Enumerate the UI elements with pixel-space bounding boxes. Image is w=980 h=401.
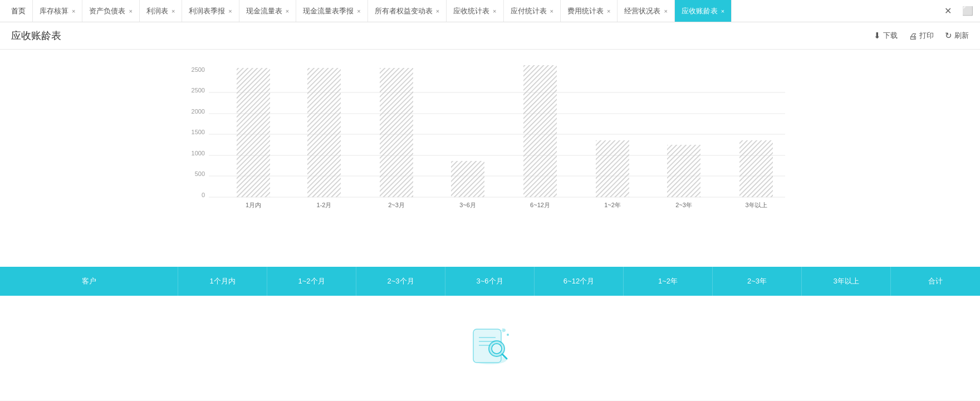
- tab-operation-close[interactable]: ×: [664, 8, 667, 14]
- svg-text:3~6月: 3~6月: [459, 202, 476, 208]
- bar-1month: [237, 68, 270, 197]
- col-customer: 客户: [0, 267, 178, 296]
- tab-cashflow-quarterly-close[interactable]: ×: [357, 8, 360, 14]
- print-icon: 🖨: [909, 31, 917, 41]
- window-close-button[interactable]: ✕: [940, 3, 955, 19]
- bar-2-3month: [380, 68, 413, 197]
- bar-chart: 0 500 1000 1500 2000 2500 2500 1月内 1-2月 …: [17, 61, 963, 217]
- col-6-12month: 6~12个月: [535, 267, 624, 296]
- tab-operation-label: 经营状况表: [624, 6, 660, 16]
- page-header: 应收账龄表 ⬇ 下载 🖨 打印 ↻ 刷新: [0, 22, 980, 50]
- tab-cashflow-quarterly-label: 现金流量表季报: [303, 6, 354, 16]
- tab-cashflow[interactable]: 现金流量表 ×: [239, 0, 296, 22]
- svg-point-32: [507, 334, 509, 336]
- col-1-2year: 1~2年: [624, 267, 713, 296]
- svg-text:2~3年: 2~3年: [675, 202, 692, 208]
- tab-ar-aging-close[interactable]: ×: [721, 8, 724, 14]
- tab-payable-stat-close[interactable]: ×: [550, 8, 553, 14]
- tab-profit-quarterly-close[interactable]: ×: [228, 8, 232, 14]
- svg-text:3年以上: 3年以上: [745, 202, 767, 208]
- tab-receivable-stat-close[interactable]: ×: [493, 8, 496, 14]
- window-maximize-button[interactable]: ⬜: [960, 3, 976, 19]
- tab-balance[interactable]: 资产负债表 ×: [82, 0, 139, 22]
- svg-text:1000: 1000: [192, 150, 205, 157]
- download-label: 下载: [883, 31, 898, 41]
- tab-expense-stat-close[interactable]: ×: [607, 8, 610, 14]
- tab-equity[interactable]: 所有者权益变动表 ×: [368, 0, 447, 22]
- bar-3year-plus: [739, 140, 773, 197]
- col-2-3year: 2~3年: [713, 267, 802, 296]
- tab-profit-close[interactable]: ×: [171, 8, 175, 14]
- bar-2-3year: [667, 145, 700, 197]
- col-3-6month: 3~6个月: [445, 267, 535, 296]
- tab-receivable-stat-label: 应收统计表: [453, 6, 489, 16]
- tab-controls: ✕ ⬜: [940, 3, 976, 19]
- tab-profit[interactable]: 利润表 ×: [140, 0, 182, 22]
- tab-profit-quarterly-label: 利润表季报: [189, 6, 225, 16]
- col-3year-plus: 3年以上: [802, 267, 891, 296]
- tab-balance-close[interactable]: ×: [129, 8, 132, 14]
- empty-icon: [462, 318, 518, 368]
- svg-text:2000: 2000: [192, 108, 205, 115]
- page-title: 应收账龄表: [11, 29, 61, 42]
- tab-inventory[interactable]: 库存核算 ×: [33, 0, 82, 22]
- print-label: 打印: [919, 31, 934, 41]
- tab-inventory-label: 库存核算: [40, 6, 68, 16]
- col-1-2month: 1~2个月: [267, 267, 356, 296]
- svg-text:0: 0: [202, 192, 205, 198]
- tab-cashflow-label: 现金流量表: [246, 6, 282, 16]
- col-1month: 1个月内: [178, 267, 267, 296]
- col-2-3month: 2~3个月: [356, 267, 445, 296]
- refresh-button[interactable]: ↻ 刷新: [945, 31, 969, 41]
- tab-expense-stat-label: 费用统计表: [567, 6, 604, 16]
- svg-point-29: [492, 344, 502, 354]
- tab-cashflow-close[interactable]: ×: [286, 8, 289, 14]
- svg-text:1500: 1500: [192, 129, 205, 135]
- download-button[interactable]: ⬇ 下载: [874, 31, 898, 41]
- tab-home[interactable]: 首页: [4, 0, 33, 22]
- bar-1-2year: [596, 140, 629, 197]
- tab-cashflow-quarterly[interactable]: 现金流量表季报 ×: [296, 0, 367, 22]
- bar-1-2month: [307, 68, 341, 197]
- tab-equity-close[interactable]: ×: [436, 8, 439, 14]
- tab-balance-label: 资产负债表: [89, 6, 125, 16]
- svg-text:2~3月: 2~3月: [388, 202, 405, 208]
- bar-6-12month: [523, 65, 557, 197]
- empty-illustration: [462, 318, 518, 368]
- refresh-label: 刷新: [954, 31, 969, 41]
- svg-text:1~2年: 1~2年: [604, 202, 621, 208]
- tab-home-label: 首页: [11, 6, 26, 16]
- tab-profit-label: 利润表: [146, 6, 168, 16]
- chart-area: 0 500 1000 1500 2000 2500 2500 1月内 1-2月 …: [0, 50, 980, 267]
- print-button[interactable]: 🖨 打印: [909, 31, 934, 41]
- empty-state: [0, 296, 980, 390]
- tab-payable-stat-label: 应付统计表: [511, 6, 547, 16]
- svg-text:6~12月: 6~12月: [530, 202, 550, 208]
- tab-payable-stat[interactable]: 应付统计表 ×: [504, 0, 561, 22]
- tab-ar-aging[interactable]: 应收账龄表 ×: [675, 0, 732, 22]
- main-content: 0 500 1000 1500 2000 2500 2500 1月内 1-2月 …: [0, 50, 980, 400]
- svg-text:2500: 2500: [192, 87, 205, 94]
- tab-bar: 首页 库存核算 × 资产负债表 × 利润表 × 利润表季报 × 现金流量表 × …: [0, 0, 980, 22]
- svg-text:1-2月: 1-2月: [317, 202, 332, 208]
- tab-operation[interactable]: 经营状况表 ×: [618, 0, 674, 22]
- header-actions: ⬇ 下载 🖨 打印 ↻ 刷新: [874, 31, 969, 41]
- refresh-icon: ↻: [945, 31, 952, 41]
- svg-text:1月内: 1月内: [246, 202, 261, 208]
- tab-equity-label: 所有者权益变动表: [375, 6, 433, 16]
- tab-inventory-close[interactable]: ×: [72, 8, 75, 14]
- bar-3-6month: [451, 161, 484, 197]
- tab-profit-quarterly[interactable]: 利润表季报 ×: [182, 0, 239, 22]
- download-icon: ⬇: [874, 31, 881, 41]
- tab-expense-stat[interactable]: 费用统计表 ×: [561, 0, 618, 22]
- col-total: 合计: [891, 267, 980, 296]
- tab-receivable-stat[interactable]: 应收统计表 ×: [447, 0, 503, 22]
- svg-text:2500: 2500: [192, 66, 205, 73]
- svg-text:500: 500: [195, 170, 205, 177]
- table-header: 客户 1个月内 1~2个月 2~3个月 3~6个月 6~12个月 1~2年 2~…: [0, 267, 980, 296]
- tab-ar-aging-label: 应收账龄表: [682, 6, 718, 16]
